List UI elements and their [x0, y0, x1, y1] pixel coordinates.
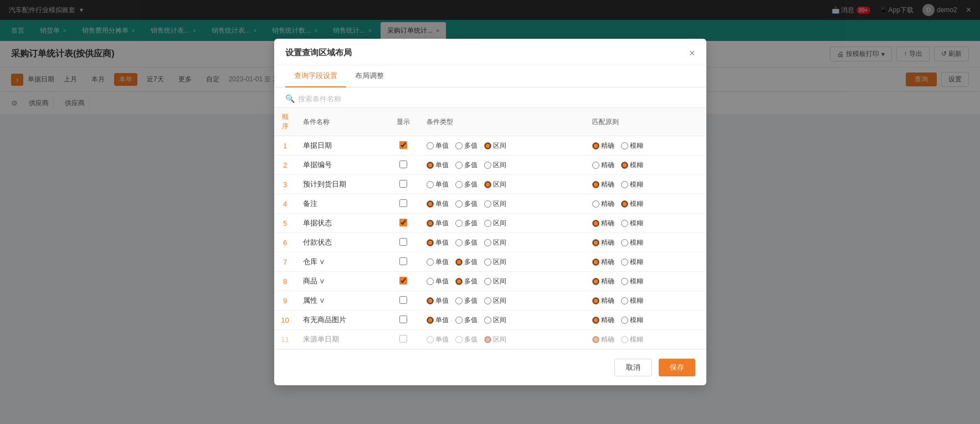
dialog-tab-layout-adjust[interactable]: 布局调整	[346, 65, 393, 87]
settings-dialog: 设置查询区域布局 × 查询字段设置 布局调整 🔍 顺序 条件名称	[274, 39, 706, 115]
dialog-header: 设置查询区域布局 ×	[274, 39, 706, 65]
dialog-close-btn[interactable]: ×	[689, 48, 695, 58]
search-icon: 🔍	[285, 94, 295, 103]
dialog-tab-bar: 查询字段设置 布局调整	[274, 65, 706, 87]
dialog-tab-field-settings[interactable]: 查询字段设置	[285, 65, 346, 87]
col-header-seq: 顺序	[274, 108, 296, 115]
col-header-match: 匹配原则	[586, 108, 706, 115]
conditions-table: 顺序 条件名称 显示 条件类型 匹配原则 1单据日期单值多值区间精确模糊2单据编…	[274, 108, 706, 115]
modal-overlay: 设置查询区域布局 × 查询字段设置 布局调整 🔍 顺序 条件名称	[0, 0, 980, 115]
col-header-type: 条件类型	[420, 108, 586, 115]
condition-search-bar: 🔍	[274, 87, 706, 108]
col-header-name: 条件名称	[296, 108, 387, 115]
col-header-display: 显示	[387, 108, 420, 115]
condition-search-input[interactable]	[298, 95, 695, 103]
dialog-title: 设置查询区域布局	[285, 48, 352, 58]
table-header: 顺序 条件名称 显示 条件类型 匹配原则	[274, 108, 706, 115]
